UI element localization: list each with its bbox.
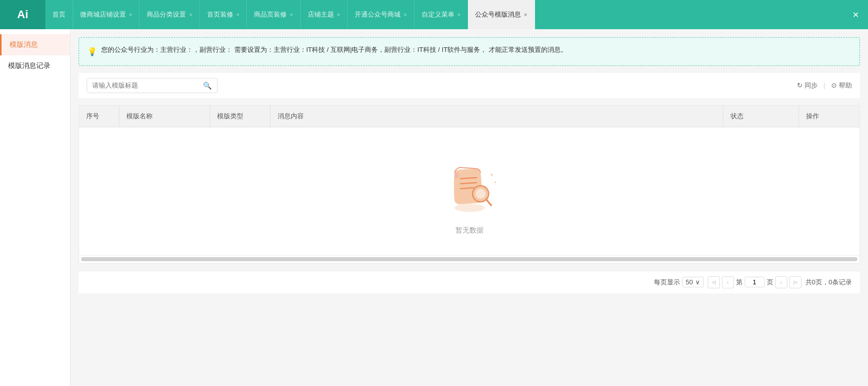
notice-text: 您的公众号行业为：主营行业：，副营行业： 需要设置为：主营行业：IT科技 / 互… [101,45,567,55]
sync-button[interactable]: ↻ 同步 [797,81,818,90]
search-bar: 🔍 ↻ 同步 | ⊙ 帮助 [79,73,860,98]
tab-close-weishop[interactable]: × [129,12,132,18]
table-header: 序号 模版名称 模版类型 消息内容 状态 操作 [79,106,859,127]
scrollbar-track[interactable] [81,257,857,261]
tab-close-productpage[interactable]: × [290,12,293,18]
tab-close-category[interactable]: × [189,12,192,18]
svg-text:✦: ✦ [494,180,497,185]
table-container: 序号 模版名称 模版类型 消息内容 状态 操作 [79,105,860,264]
empty-text: 暂无数据 [455,226,484,235]
help-icon: ⊙ [831,82,837,89]
prev-page-button[interactable]: ‹ [722,276,734,288]
search-button[interactable]: 🔍 [198,79,217,93]
tab-close-custommenu[interactable]: × [457,12,460,18]
search-input[interactable] [87,79,198,92]
per-page-label: 每页显示 [654,278,680,287]
tab-custommenu[interactable]: 自定义菜单 × [415,0,468,29]
search-input-wrapper: 🔍 [87,78,218,93]
svg-text:✦: ✦ [490,172,494,178]
content-area: 💡 您的公众号行业为：主营行业：，副营行业： 需要设置为：主营行业：IT科技 /… [71,29,868,386]
empty-state: ✦ ✦ 暂无数据 [79,127,859,255]
next-page-button[interactable]: › [775,276,787,288]
tab-close-official[interactable]: × [404,12,407,18]
th-index: 序号 [79,106,119,127]
notice-icon: 💡 [87,45,97,58]
per-page-select[interactable]: 50 ∨ [682,277,703,287]
horizontal-scrollbar[interactable] [79,255,859,263]
th-type: 模版类型 [210,106,271,127]
app-logo: Ai [0,0,45,29]
tab-template[interactable]: 公众号模版消息 × [468,0,535,29]
help-button[interactable]: ⊙ 帮助 [831,81,852,90]
tab-category[interactable]: 商品分类设置 × [140,0,199,29]
th-action: 操作 [799,106,859,127]
svg-line-6 [486,199,491,205]
first-page-button[interactable]: ⊲ [708,276,720,288]
pagination: 每页显示 50 ∨ ⊲ ‹ 第 页 › ⊳ 共0页，0条记录 [79,271,860,293]
th-status: 状态 [723,106,799,127]
tab-close-homepage[interactable]: × [236,12,239,18]
tab-close-template[interactable]: × [524,12,527,18]
th-content: 消息内容 [271,106,723,127]
sidebar: 模版消息 模版消息记录 [0,29,71,386]
tab-official[interactable]: 开通公众号商城 × [348,0,414,29]
search-actions: ↻ 同步 | ⊙ 帮助 [797,81,852,90]
sync-icon: ↻ [797,82,803,89]
tab-theme[interactable]: 店铺主题 × [301,0,348,29]
tab-close-theme[interactable]: × [337,12,340,18]
page-suffix: 页 [767,278,773,287]
notice-banner: 💡 您的公众号行业为：主营行业：，副营行业： 需要设置为：主营行业：IT科技 /… [79,37,860,66]
empty-illustration: ✦ ✦ [439,158,500,218]
tab-bar: Ai 首页 微商城店铺设置 × 商品分类设置 × 首页装修 × 商品页装修 × … [0,0,868,29]
main-layout: 模版消息 模版消息记录 💡 您的公众号行业为：主营行业：，副营行业： 需要设置为… [0,29,868,386]
th-name: 模版名称 [119,106,210,127]
window-close-button[interactable]: ✕ [843,0,868,29]
page-input[interactable] [745,277,765,287]
total-records: 共0页，0条记录 [806,278,852,287]
tab-productpage[interactable]: 商品页装修 × [247,0,300,29]
svg-point-5 [476,189,486,199]
page-size-selector: 每页显示 50 ∨ [654,277,703,287]
tab-homepage[interactable]: 首页装修 × [200,0,247,29]
tab-weishop[interactable]: 微商城店铺设置 × [73,0,140,29]
action-divider: | [824,82,825,89]
page-nav: ⊲ ‹ 第 页 › ⊳ [708,276,802,288]
last-page-button[interactable]: ⊳ [789,276,802,288]
svg-point-0 [454,204,485,212]
sidebar-item-template-record[interactable]: 模版消息记录 [0,55,70,76]
chevron-down-icon: ∨ [695,278,700,286]
page-prefix: 第 [736,278,743,287]
tab-home[interactable]: 首页 [45,0,73,29]
sidebar-item-template-msg[interactable]: 模版消息 [0,34,70,55]
